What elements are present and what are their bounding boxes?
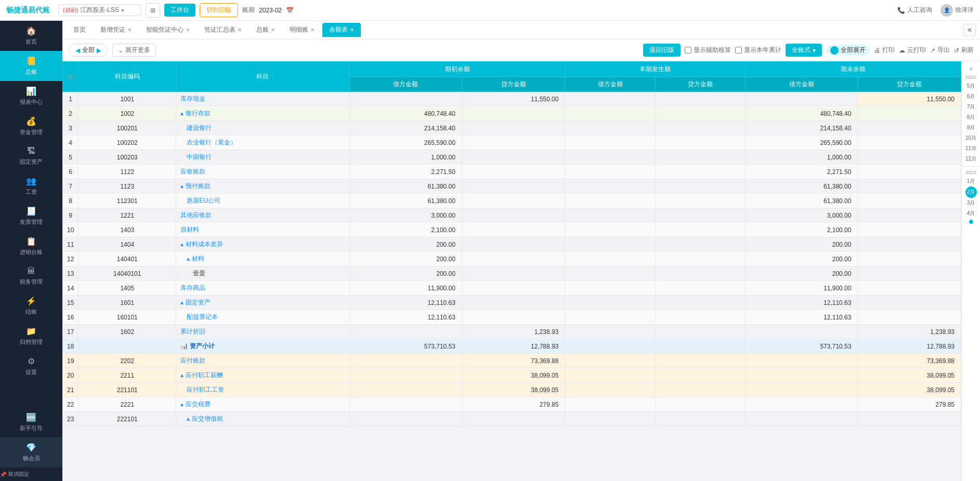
tab-close-ledger[interactable]: ✕ bbox=[271, 27, 275, 33]
tab-close-smart-verify[interactable]: ✕ bbox=[186, 27, 190, 33]
table-row[interactable]: 61122应收账款2,271.502,271.50 bbox=[63, 165, 961, 179]
sidebar-item-settings[interactable]: ⚙ 设置 bbox=[0, 351, 62, 381]
table-row[interactable]: 111404▴ 材料成本差异200.00200.00 bbox=[63, 237, 961, 252]
table-row[interactable]: 18📊 资产小计573,710.5312,788.93573,710.5312,… bbox=[63, 339, 961, 354]
table-row[interactable]: 8112301 惠屋EU公司61,380.0061,380.00 bbox=[63, 194, 961, 208]
cell-name[interactable]: 农业银行（黄金） bbox=[176, 136, 350, 150]
sidebar-item-reports[interactable]: 📊 报表中心 bbox=[0, 81, 62, 111]
sidebar-item-fixed-assets[interactable]: 🏗 固定资产 bbox=[0, 141, 62, 171]
calendar-icon[interactable]: 📅 bbox=[286, 7, 294, 14]
consult-button[interactable]: 📞 人工咨询 bbox=[897, 6, 932, 15]
checkbox-aux-calc[interactable]: 显示辅助核算 bbox=[685, 46, 731, 55]
cell-name[interactable]: 建设银行 bbox=[176, 121, 350, 136]
right-panel-toggle[interactable]: › bbox=[970, 64, 972, 73]
cell-name[interactable]: 壹蛋 bbox=[176, 266, 350, 281]
table-row[interactable]: 12140401 ▴ 材料200.00200.00 bbox=[63, 252, 961, 266]
filter-all-button[interactable]: ◀ 全部 ▶ bbox=[69, 44, 108, 57]
cell-name[interactable]: ▴ 材料成本差异 bbox=[176, 237, 350, 252]
table-row[interactable]: 101403原材料2,100.002,100.00 bbox=[63, 223, 961, 237]
account-link[interactable]: 应交增值税 bbox=[192, 415, 223, 422]
return-old-version-button[interactable]: 退回旧版 bbox=[643, 44, 681, 57]
table-row[interactable]: 192202应付账款73,369.8873,369.88 bbox=[63, 354, 961, 368]
tab-detail[interactable]: 明细账 ✕ bbox=[283, 23, 321, 37]
cell-name[interactable]: 中国银行 bbox=[176, 150, 350, 165]
checkbox-ytd[interactable]: 显示本年累计 bbox=[735, 46, 781, 55]
expand-more-button[interactable]: ⌄ 展开更多 bbox=[112, 44, 156, 57]
month-6[interactable]: 6月 bbox=[964, 91, 978, 102]
table-row[interactable]: 71123▴ 预付账款61,380.0061,380.00 bbox=[63, 179, 961, 194]
month-8[interactable]: 8月 bbox=[964, 112, 978, 123]
cell-name[interactable]: 库存现金 bbox=[176, 92, 350, 106]
cell-name[interactable]: 累计折旧 bbox=[176, 325, 350, 339]
cell-name[interactable]: ▴ 应交增值税 bbox=[176, 412, 350, 426]
month-7[interactable]: 7月 bbox=[964, 102, 978, 112]
tab-close-detail[interactable]: ✕ bbox=[310, 27, 315, 33]
table-row[interactable]: 21221101 应付职工工资38,099.0538,099.05 bbox=[63, 383, 961, 397]
account-link[interactable]: 原材料 bbox=[180, 226, 199, 233]
table-row[interactable]: 21002▴ 银行存款480,748.40480,748.40 bbox=[63, 106, 961, 121]
month-1[interactable]: 1月 bbox=[964, 176, 978, 186]
cell-name[interactable]: 原材料 bbox=[176, 223, 350, 237]
user-area[interactable]: 👤 徐泽洋 bbox=[940, 4, 974, 17]
expand-row-icon[interactable]: ▴ bbox=[187, 255, 191, 262]
account-link[interactable]: 库存商品 bbox=[180, 284, 205, 291]
account-link[interactable]: 应付职工工资 bbox=[187, 386, 224, 393]
account-link[interactable]: 银行存款 bbox=[186, 110, 211, 117]
table-row[interactable]: 1314040101 壹蛋200.00200.00 bbox=[63, 266, 961, 281]
tab-home[interactable]: 首页 bbox=[67, 23, 93, 37]
cell-name[interactable]: 应付账款 bbox=[176, 354, 350, 368]
cell-name[interactable]: 📊 资产小计 bbox=[176, 339, 350, 354]
table-row[interactable]: 4100202 农业银行（黄金）265,590.00265,590.00 bbox=[63, 136, 961, 150]
month-10[interactable]: 10月 bbox=[964, 133, 978, 143]
cell-name[interactable]: ▴ 材料 bbox=[176, 252, 350, 266]
month-4[interactable]: 4月 bbox=[964, 208, 978, 219]
cell-name[interactable]: 其他应收款 bbox=[176, 208, 350, 223]
expand-row-icon[interactable]: ▴ bbox=[180, 182, 185, 190]
account-link[interactable]: 建设银行 bbox=[187, 124, 212, 131]
cell-name[interactable]: ▴ 固定资产 bbox=[176, 296, 350, 310]
close-all-tabs-button[interactable]: ✕ bbox=[963, 24, 976, 36]
sidebar-item-invoice[interactable]: 🧾 发票管理 bbox=[0, 201, 62, 231]
table-row[interactable]: 151601▴ 固定资产12,110.6312,110.63 bbox=[63, 296, 961, 310]
month-11[interactable]: 11月 bbox=[964, 143, 978, 154]
month-3[interactable]: 3月 bbox=[964, 198, 978, 208]
table-row[interactable]: 141405库存商品11,900.0011,900.00 bbox=[63, 281, 961, 296]
table-row[interactable]: 11001库存现金11,550.0011,550.00 bbox=[63, 92, 961, 106]
print-button[interactable]: 🖨 打印 bbox=[874, 46, 895, 55]
table-row[interactable]: 171602累计折旧1,238.931,238.93 bbox=[63, 325, 961, 339]
cell-name[interactable]: 库存商品 bbox=[176, 281, 350, 296]
workbench-button[interactable]: 工作台 bbox=[164, 4, 195, 17]
table-row[interactable]: 222221▴ 应交税费279.85279.85 bbox=[63, 397, 961, 412]
checkbox-aux-input[interactable] bbox=[685, 47, 691, 54]
account-link[interactable]: 配提票记本 bbox=[187, 313, 218, 320]
table-row[interactable]: 3100201 建设银行214,158.40214,158.40 bbox=[63, 121, 961, 136]
account-link[interactable]: 固定资产 bbox=[186, 299, 211, 306]
table-row[interactable]: 202211▴ 应付职工薪酬38,099.0538,099.05 bbox=[63, 368, 961, 383]
account-link[interactable]: 农业银行（黄金） bbox=[187, 139, 237, 146]
unpin-button[interactable]: 📌 取消固定 bbox=[0, 467, 62, 481]
tab-ledger[interactable]: 总账 ✕ bbox=[250, 23, 282, 37]
month-2-active[interactable]: 2月 bbox=[965, 186, 977, 198]
sidebar-item-guide[interactable]: 🆕 新手引导 bbox=[0, 407, 62, 437]
account-link[interactable]: 应付账款 bbox=[180, 357, 205, 364]
tab-balance[interactable]: 余额表 ✕ bbox=[322, 23, 361, 37]
month-12[interactable]: 12月 bbox=[964, 154, 978, 164]
account-link[interactable]: 库存现金 bbox=[180, 95, 205, 102]
tab-smart-verify[interactable]: 智能凭证中心 ✕ bbox=[139, 23, 197, 37]
tab-close-voucher-summary[interactable]: ✕ bbox=[238, 27, 242, 33]
expand-row-icon[interactable]: ▴ bbox=[180, 371, 185, 379]
account-link[interactable]: 应交税费 bbox=[186, 400, 211, 408]
expand-row-icon[interactable]: ▴ bbox=[180, 240, 185, 248]
table-row[interactable]: 91221其他应收款3,000.003,000.00 bbox=[63, 208, 961, 223]
sidebar-item-payroll[interactable]: 👥 工资 bbox=[0, 171, 62, 201]
cell-name[interactable]: 惠屋EU公司 bbox=[176, 194, 350, 208]
cell-name[interactable]: ▴ 应交税费 bbox=[176, 397, 350, 412]
account-link[interactable]: 材料成本差异 bbox=[186, 240, 223, 248]
tab-close-add-voucher[interactable]: ✕ bbox=[127, 27, 132, 33]
expand-row-icon[interactable]: ▴ bbox=[180, 299, 185, 306]
account-link[interactable]: 中国银行 bbox=[187, 153, 212, 161]
sidebar-item-member[interactable]: 💎 畅会员 bbox=[0, 437, 62, 467]
table-row[interactable]: 16160101 配提票记本12,110.6312,110.63 bbox=[63, 310, 961, 325]
table-row[interactable]: 5100203 中国银行1,000.001,000.00 bbox=[63, 150, 961, 165]
account-link[interactable]: 材料 bbox=[192, 255, 204, 262]
